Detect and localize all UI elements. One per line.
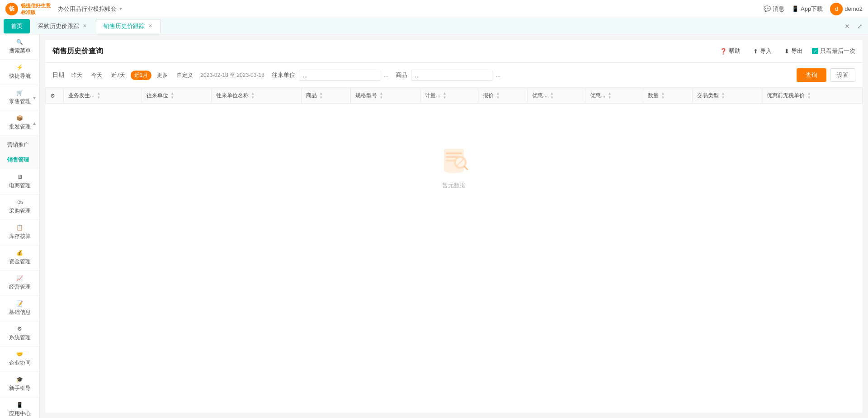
basic-info-icon: 📝 xyxy=(16,300,23,307)
sidebar-item-purchase[interactable]: 🛍 采购管理 xyxy=(0,195,39,220)
sort-arrows-spec: ▲ ▼ xyxy=(380,92,383,100)
col-product[interactable]: 商品 ▲ ▼ xyxy=(302,88,351,104)
tab-home[interactable]: 首页 xyxy=(4,19,30,33)
quick-nav-icon: ⚡ xyxy=(16,64,23,71)
sidebar-item-wholesale[interactable]: 📦 批发管理 ▲ xyxy=(0,110,39,136)
product-more[interactable]: ... xyxy=(496,72,500,78)
date-quick-buttons: 昨天 今天 近7天 近1月 更多 自定义 xyxy=(68,71,197,80)
product-input[interactable] xyxy=(411,70,492,81)
close-tab-button[interactable]: ✕ xyxy=(843,22,852,31)
user-menu[interactable]: d demo2 xyxy=(830,3,863,15)
col-biz-date[interactable]: 业务发生... ▲ ▼ xyxy=(64,88,142,104)
empty-text: 暂元数据 xyxy=(442,181,466,190)
col-quote-price[interactable]: 报价 ▲ ▼ xyxy=(478,88,528,104)
col-partner-name[interactable]: 往来单位名称 ▲ ▼ xyxy=(211,88,301,104)
logo-area: 畅 畅捷信好生意 标准版 xyxy=(5,2,51,15)
gear-icon[interactable]: ⚙ xyxy=(50,93,55,99)
tab-purchase-close[interactable]: ✕ xyxy=(82,23,88,29)
phone-icon: 📱 xyxy=(792,5,799,12)
tab-sales-history[interactable]: 销售历史价跟踪 ✕ xyxy=(96,19,161,33)
sidebar-item-operations[interactable]: 📈 经营管理 xyxy=(0,271,39,296)
only-last-checkbox[interactable]: ✓ 只看最后一次 xyxy=(812,47,855,55)
sidebar-item-finance[interactable]: 💰 资金管理 xyxy=(0,245,39,271)
sidebar-item-system[interactable]: ⚙ 系统管理 xyxy=(0,321,39,347)
avatar: d xyxy=(830,3,843,15)
col-pretax-price[interactable]: 优惠前无税单价 ▲ ▼ xyxy=(762,88,863,104)
empty-icon xyxy=(436,140,472,176)
sidebar-item-marketing[interactable]: 营销推广 xyxy=(0,138,39,152)
date-btn-yesterday[interactable]: 昨天 xyxy=(68,71,86,80)
sort-arrows-qty: ▲ ▼ xyxy=(661,92,665,100)
page-card: 销售历史价查询 ❓ 帮助 ⬆ 导入 ⬇ 导出 ✓ xyxy=(45,40,863,413)
date-btn-last7days[interactable]: 近7天 xyxy=(108,71,129,80)
operations-icon: 📈 xyxy=(16,275,23,281)
tab-sales-label: 销售历史价跟踪 xyxy=(104,22,145,30)
maximize-button[interactable]: ⤢ xyxy=(855,22,864,31)
sidebar-item-ecommerce[interactable]: 🖥 电商管理 xyxy=(0,169,39,195)
header-right: 💬 消息 📱 App下载 d demo2 xyxy=(764,3,863,15)
import-button[interactable]: ⬆ 导入 xyxy=(750,45,775,57)
date-label: 日期 xyxy=(52,71,64,79)
empty-state: 暂元数据 xyxy=(45,104,863,226)
sort-arrows-product: ▲ ▼ xyxy=(319,92,323,100)
search-icon: 🔍 xyxy=(16,39,23,45)
sidebar-item-enterprise[interactable]: 🤝 企业协同 xyxy=(0,347,39,372)
sort-arrows-discount2: ▲ ▼ xyxy=(608,92,612,100)
col-spec[interactable]: 规格型号 ▲ ▼ xyxy=(351,88,420,104)
message-icon: 💬 xyxy=(764,5,771,12)
sort-arrows-partner: ▲ ▼ xyxy=(170,92,174,100)
col-quantity[interactable]: 数量 ▲ ▼ xyxy=(643,88,693,104)
col-unit[interactable]: 计量... ▲ ▼ xyxy=(420,88,478,104)
tab-home-label: 首页 xyxy=(11,22,23,30)
wholesale-submenu: 营销推广 销售管理 xyxy=(0,136,39,169)
checkbox-icon: ✓ xyxy=(812,48,818,54)
col-discount1[interactable]: 优惠... ▲ ▼ xyxy=(528,88,585,104)
logo-text: 畅捷信好生意 标准版 xyxy=(21,2,51,15)
query-button[interactable]: 查询 xyxy=(797,68,826,82)
page-header: 销售历史价查询 ❓ 帮助 ⬆ 导入 ⬇ 导出 ✓ xyxy=(45,40,863,63)
app-selector[interactable]: 办公用品行业模拟账套 ▼ xyxy=(54,3,127,15)
sidebar-item-search[interactable]: 🔍 搜索菜单 xyxy=(0,34,39,60)
purchase-icon: 🛍 xyxy=(17,199,23,205)
tab-purchase-label: 采购历史价跟踪 xyxy=(38,22,79,30)
col-discount2[interactable]: 优惠... ▲ ▼ xyxy=(585,88,643,104)
sidebar-item-retail[interactable]: 🛒 零售管理 ▼ xyxy=(0,85,39,110)
export-button[interactable]: ⬇ 导出 xyxy=(781,45,807,57)
date-btn-last1month[interactable]: 近1月 xyxy=(131,71,152,80)
import-icon: ⬆ xyxy=(753,48,758,55)
tab-purchase-history[interactable]: 采购历史价跟踪 ✕ xyxy=(31,19,95,33)
col-trade-type[interactable]: 交易类型 ▲ ▼ xyxy=(693,88,762,104)
svg-rect-4 xyxy=(446,160,455,162)
message-button[interactable]: 💬 消息 xyxy=(764,5,784,13)
help-button[interactable]: ❓ 帮助 xyxy=(716,45,744,57)
export-icon: ⬇ xyxy=(784,48,789,55)
sort-arrows-pretax: ▲ ▼ xyxy=(807,92,811,100)
tab-bar-right: ✕ ⤢ xyxy=(843,22,864,31)
page-actions: ❓ 帮助 ⬆ 导入 ⬇ 导出 ✓ 只看最后一次 xyxy=(716,45,855,57)
chevron-up-icon: ▲ xyxy=(32,120,37,125)
tab-bar: 首页 采购历史价跟踪 ✕ 销售历史价跟踪 ✕ ✕ ⤢ xyxy=(0,18,868,34)
help-icon: ❓ xyxy=(720,48,727,55)
date-btn-today[interactable]: 今天 xyxy=(88,71,106,80)
sidebar-item-guide[interactable]: 🎓 新手引导 xyxy=(0,372,39,397)
col-partner-code[interactable]: 往来单位 ▲ ▼ xyxy=(142,88,211,104)
sidebar-item-basic-info[interactable]: 📝 基础信息 xyxy=(0,296,39,321)
sidebar: 🔍 搜索菜单 ⚡ 快捷导航 🛒 零售管理 ▼ 📦 批发管理 ▲ 营销推广 销售管… xyxy=(0,34,40,418)
sidebar-item-quick-nav[interactable]: ⚡ 快捷导航 xyxy=(0,60,39,85)
tab-sales-close[interactable]: ✕ xyxy=(147,23,153,29)
finance-icon: 💰 xyxy=(16,250,23,256)
wholesale-icon: 📦 xyxy=(16,115,23,121)
partner-input[interactable] xyxy=(299,70,380,81)
sidebar-item-sales[interactable]: 销售管理 xyxy=(0,152,39,167)
product-label: 商品 xyxy=(396,71,407,79)
partner-more[interactable]: ... xyxy=(384,72,388,78)
sidebar-item-inventory[interactable]: 📋 库存核算 xyxy=(0,220,39,245)
sort-arrows-biz-date: ▲ ▼ xyxy=(97,92,100,100)
sort-arrows-partner-name: ▲ ▼ xyxy=(251,92,255,100)
settings-button[interactable]: 设置 xyxy=(830,68,855,82)
app-download-button[interactable]: 📱 App下载 xyxy=(792,5,823,13)
sidebar-item-app-center[interactable]: 📱 应用中心 xyxy=(0,397,39,418)
date-btn-more[interactable]: 更多 xyxy=(153,71,171,80)
date-btn-custom[interactable]: 自定义 xyxy=(173,71,197,80)
filter-actions: 查询 设置 xyxy=(797,68,855,82)
